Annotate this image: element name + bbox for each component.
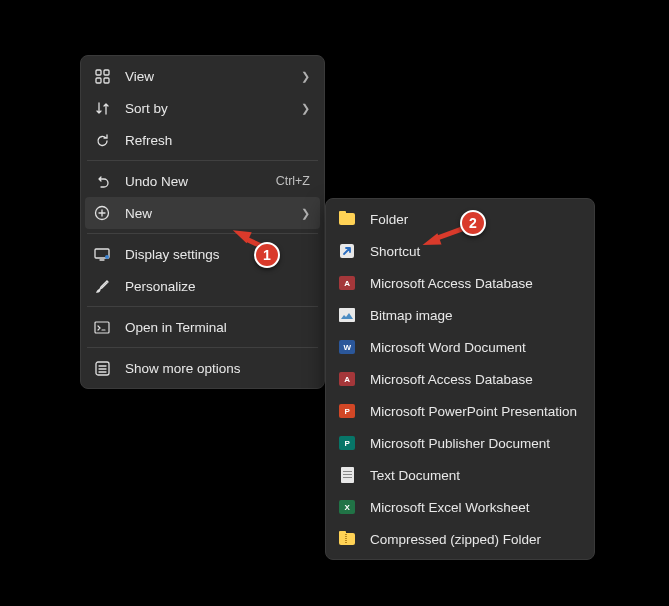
chevron-right-icon: ❯ (301, 102, 310, 115)
brush-icon (93, 277, 111, 295)
submenu-item-excel[interactable]: X Microsoft Excel Worksheet (330, 491, 590, 523)
excel-icon: X (338, 498, 356, 516)
submenu-item-word[interactable]: W Microsoft Word Document (330, 331, 590, 363)
menu-item-new[interactable]: New ❯ (85, 197, 320, 229)
access-icon: A (338, 274, 356, 292)
menu-item-label: Microsoft Word Document (370, 340, 580, 355)
submenu-item-access[interactable]: A Microsoft Access Database (330, 267, 590, 299)
menu-item-label: Microsoft Access Database (370, 372, 580, 387)
submenu-item-powerpoint[interactable]: P Microsoft PowerPoint Presentation (330, 395, 590, 427)
menu-item-label: Microsoft Excel Worksheet (370, 500, 580, 515)
grid-icon (93, 67, 111, 85)
menu-item-refresh[interactable]: Refresh (85, 124, 320, 156)
menu-item-sort-by[interactable]: Sort by ❯ (85, 92, 320, 124)
menu-item-label: Text Document (370, 468, 580, 483)
folder-icon (338, 210, 356, 228)
menu-item-label: Open in Terminal (125, 320, 310, 335)
callout-number: 1 (263, 247, 271, 263)
keyboard-shortcut: Ctrl+Z (276, 174, 310, 188)
powerpoint-icon: P (338, 402, 356, 420)
svg-point-6 (105, 255, 109, 259)
menu-item-label: Compressed (zipped) Folder (370, 532, 580, 547)
menu-separator (87, 160, 318, 161)
callout-badge-2: 2 (460, 210, 486, 236)
plus-circle-icon (93, 204, 111, 222)
publisher-icon: P (338, 434, 356, 452)
access-icon: A (338, 370, 356, 388)
submenu-item-bitmap[interactable]: Bitmap image (330, 299, 590, 331)
chevron-right-icon: ❯ (301, 207, 310, 220)
svg-rect-7 (95, 322, 109, 333)
menu-item-label: Refresh (125, 133, 310, 148)
terminal-icon (93, 318, 111, 336)
chevron-right-icon: ❯ (301, 70, 310, 83)
svg-rect-1 (104, 70, 109, 75)
display-icon (93, 245, 111, 263)
menu-separator (87, 347, 318, 348)
callout-number: 2 (469, 215, 477, 231)
svg-rect-0 (96, 70, 101, 75)
svg-rect-2 (96, 78, 101, 83)
menu-item-undo[interactable]: Undo New Ctrl+Z (85, 165, 320, 197)
undo-icon (93, 172, 111, 190)
menu-item-label: Shortcut (370, 244, 580, 259)
menu-item-view[interactable]: View ❯ (85, 60, 320, 92)
menu-item-label: Undo New (125, 174, 268, 189)
options-icon (93, 359, 111, 377)
submenu-item-text-document[interactable]: Text Document (330, 459, 590, 491)
svg-rect-10 (339, 308, 355, 322)
menu-item-personalize[interactable]: Personalize (85, 270, 320, 302)
menu-item-label: Sort by (125, 101, 295, 116)
new-submenu: Folder Shortcut A Microsoft Access Datab… (325, 198, 595, 560)
submenu-item-shortcut[interactable]: Shortcut (330, 235, 590, 267)
submenu-item-publisher[interactable]: P Microsoft Publisher Document (330, 427, 590, 459)
menu-item-label: Personalize (125, 279, 310, 294)
zip-folder-icon (338, 530, 356, 548)
svg-rect-3 (104, 78, 109, 83)
callout-badge-1: 1 (254, 242, 280, 268)
submenu-item-access-2[interactable]: A Microsoft Access Database (330, 363, 590, 395)
word-icon: W (338, 338, 356, 356)
menu-item-label: Display settings (125, 247, 310, 262)
menu-item-open-terminal[interactable]: Open in Terminal (85, 311, 320, 343)
bitmap-icon (338, 306, 356, 324)
submenu-item-compressed-folder[interactable]: Compressed (zipped) Folder (330, 523, 590, 555)
menu-item-label: Bitmap image (370, 308, 580, 323)
refresh-icon (93, 131, 111, 149)
menu-item-label: Show more options (125, 361, 310, 376)
shortcut-icon (338, 242, 356, 260)
desktop-context-menu: View ❯ Sort by ❯ Refresh Undo New Ctrl+Z… (80, 55, 325, 389)
sort-icon (93, 99, 111, 117)
menu-item-display-settings[interactable]: Display settings (85, 238, 320, 270)
menu-item-show-more-options[interactable]: Show more options (85, 352, 320, 384)
menu-separator (87, 233, 318, 234)
menu-item-label: New (125, 206, 295, 221)
menu-separator (87, 306, 318, 307)
menu-item-label: Microsoft PowerPoint Presentation (370, 404, 580, 419)
menu-item-label: View (125, 69, 295, 84)
text-document-icon (338, 466, 356, 484)
menu-item-label: Microsoft Access Database (370, 276, 580, 291)
menu-item-label: Microsoft Publisher Document (370, 436, 580, 451)
